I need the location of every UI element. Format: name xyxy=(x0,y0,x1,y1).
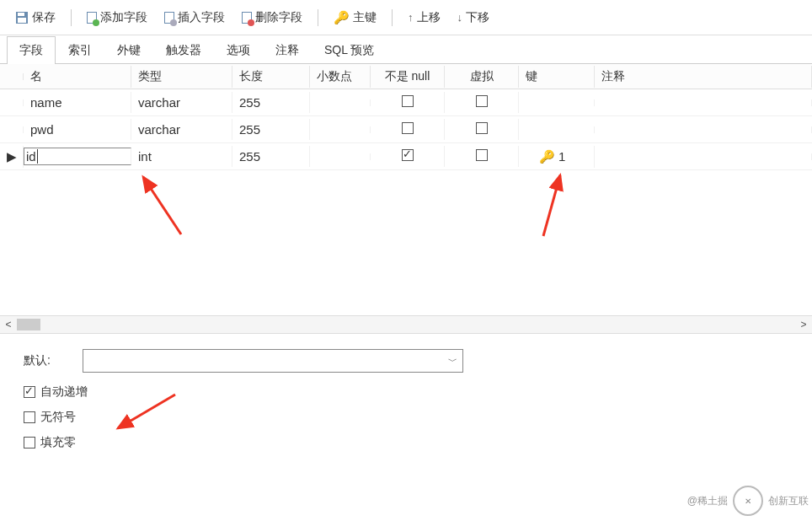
chevron-down-icon: ﹀ xyxy=(448,355,457,368)
key-icon: 🔑 xyxy=(539,149,555,164)
scroll-left-button[interactable]: < xyxy=(0,319,17,330)
cell-decimal[interactable] xyxy=(310,153,371,160)
cell-key[interactable]: 🔑1 xyxy=(519,146,595,168)
cell-decimal[interactable] xyxy=(310,99,371,106)
default-label: 默认: xyxy=(24,353,74,368)
tab-foreign-keys[interactable]: 外键 xyxy=(104,36,153,64)
header-length[interactable]: 长度 xyxy=(232,66,310,88)
tab-comment[interactable]: 注释 xyxy=(263,36,312,64)
save-icon xyxy=(15,11,29,24)
horizontal-scrollbar[interactable]: < > xyxy=(0,315,812,334)
tab-triggers[interactable]: 触发器 xyxy=(153,36,214,64)
cell-length[interactable]: 255 xyxy=(232,119,310,140)
virtual-checkbox[interactable] xyxy=(476,122,488,134)
header-decimal[interactable]: 小数点 xyxy=(310,66,371,88)
insert-field-icon xyxy=(164,12,174,24)
cell-key[interactable] xyxy=(519,126,595,133)
cell-length[interactable]: 255 xyxy=(232,92,310,113)
default-row: 默认: ﹀ xyxy=(24,349,788,373)
not-null-checkbox[interactable] xyxy=(402,95,414,107)
delete-field-icon xyxy=(242,12,252,24)
primary-key-button[interactable]: 🔑 主键 xyxy=(327,7,383,29)
field-properties: 默认: ﹀ 自动递增 无符号 填充零 xyxy=(0,334,812,450)
tab-options[interactable]: 选项 xyxy=(214,36,263,64)
table-row[interactable]: pwdvarchar255 xyxy=(0,116,812,143)
row-marker: ▶ xyxy=(0,146,24,168)
move-up-button[interactable]: ↑ 上移 xyxy=(401,7,447,29)
fields-grid: 名 类型 长度 小数点 不是 null 虚拟 键 注释 namevarchar2… xyxy=(0,64,812,315)
header-type[interactable]: 类型 xyxy=(131,66,232,88)
table-row[interactable]: ▶id int255🔑1 xyxy=(0,143,812,170)
auto-increment-row[interactable]: 自动递增 xyxy=(24,384,788,400)
watermark-badge: ✕ xyxy=(733,486,763,516)
zerofill-row[interactable]: 填充零 xyxy=(24,435,788,450)
save-label: 保存 xyxy=(32,10,56,25)
not-null-checkbox[interactable] xyxy=(402,149,414,161)
row-marker xyxy=(0,126,24,133)
default-select[interactable]: ﹀ xyxy=(83,349,463,373)
add-field-button[interactable]: 添加字段 xyxy=(80,7,154,29)
scroll-track[interactable] xyxy=(17,317,795,332)
watermark-text2: 创新互联 xyxy=(768,494,809,508)
unsigned-label: 无符号 xyxy=(40,410,76,425)
watermark: @稀土掘 ✕ 创新互联 xyxy=(687,486,809,516)
cell-comment[interactable] xyxy=(595,99,812,106)
watermark-text: @稀土掘 xyxy=(687,494,728,508)
cell-type[interactable]: int xyxy=(131,146,232,167)
cell-virtual[interactable] xyxy=(445,119,519,140)
delete-field-button[interactable]: 删除字段 xyxy=(235,7,309,29)
cell-name[interactable]: pwd xyxy=(24,119,131,140)
auto-increment-label: 自动递增 xyxy=(40,384,88,400)
zerofill-checkbox[interactable] xyxy=(24,437,35,448)
cell-comment[interactable] xyxy=(595,126,812,133)
insert-field-label: 插入字段 xyxy=(178,10,225,25)
add-field-icon xyxy=(87,12,97,24)
tabs: 字段 索引 外键 触发器 选项 注释 SQL 预览 xyxy=(0,35,812,64)
tab-fields[interactable]: 字段 xyxy=(7,36,56,64)
scroll-thumb[interactable] xyxy=(17,319,40,330)
separator xyxy=(318,9,318,26)
header-comment[interactable]: 注释 xyxy=(595,66,812,88)
cell-length[interactable]: 255 xyxy=(232,146,310,167)
move-down-label: 下移 xyxy=(466,10,489,25)
tab-indexes[interactable]: 索引 xyxy=(56,36,104,64)
cell-virtual[interactable] xyxy=(445,92,519,113)
cell-not-null[interactable] xyxy=(371,92,445,113)
move-down-button[interactable]: ↓ 下移 xyxy=(451,7,497,29)
table-row[interactable]: namevarchar255 xyxy=(0,89,812,116)
arrow-up-icon: ↑ xyxy=(408,11,414,24)
cell-comment[interactable] xyxy=(595,153,812,160)
auto-increment-checkbox[interactable] xyxy=(24,386,35,398)
insert-field-button[interactable]: 插入字段 xyxy=(158,7,232,29)
virtual-checkbox[interactable] xyxy=(476,95,488,107)
cell-name[interactable]: id xyxy=(24,148,131,165)
cell-type[interactable]: varchar xyxy=(131,119,232,140)
cell-not-null[interactable] xyxy=(371,119,445,140)
arrow-down-icon: ↓ xyxy=(457,11,463,24)
key-icon: 🔑 xyxy=(334,10,350,25)
svg-rect-1 xyxy=(18,13,24,16)
cell-name[interactable]: name xyxy=(24,92,131,113)
cell-decimal[interactable] xyxy=(310,126,371,133)
zerofill-label: 填充零 xyxy=(40,435,76,450)
not-null-checkbox[interactable] xyxy=(402,122,414,134)
cell-type[interactable]: varchar xyxy=(131,92,232,113)
cell-virtual[interactable] xyxy=(445,146,519,167)
unsigned-row[interactable]: 无符号 xyxy=(24,410,788,425)
cell-not-null[interactable] xyxy=(371,146,445,167)
unsigned-checkbox[interactable] xyxy=(24,411,35,423)
grid-header: 名 类型 长度 小数点 不是 null 虚拟 键 注释 xyxy=(0,64,812,89)
toolbar: 保存 添加字段 插入字段 删除字段 🔑 主键 ↑ 上移 ↓ 下移 xyxy=(0,0,812,35)
virtual-checkbox[interactable] xyxy=(476,149,488,161)
primary-key-label: 主键 xyxy=(353,10,377,25)
header-virtual[interactable]: 虚拟 xyxy=(445,66,519,88)
header-name[interactable]: 名 xyxy=(24,66,131,88)
tab-sql-preview[interactable]: SQL 预览 xyxy=(312,36,387,64)
header-key[interactable]: 键 xyxy=(519,66,595,88)
delete-field-label: 删除字段 xyxy=(255,10,302,25)
cell-key[interactable] xyxy=(519,99,595,106)
header-not-null[interactable]: 不是 null xyxy=(371,66,445,88)
header-marker xyxy=(0,73,24,80)
save-button[interactable]: 保存 xyxy=(8,7,62,29)
scroll-right-button[interactable]: > xyxy=(795,319,812,330)
